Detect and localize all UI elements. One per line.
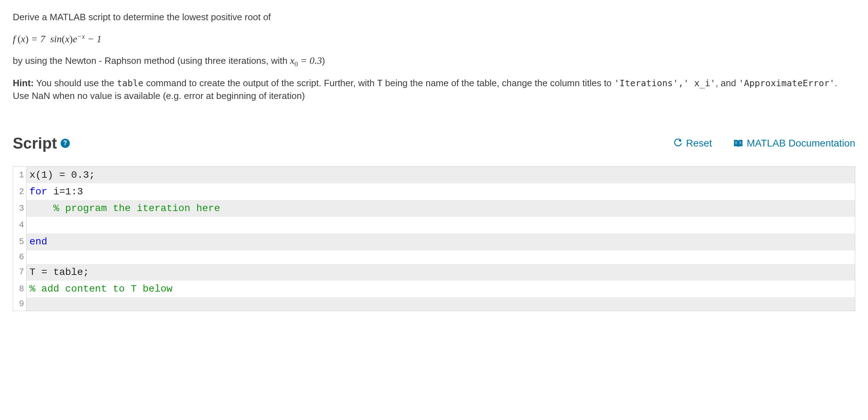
method-suffix: ) — [322, 55, 325, 66]
hint-label: Hint: — [13, 78, 34, 88]
code-content[interactable]: % add content to T below — [27, 281, 855, 297]
x0: x0 = 0.3 — [290, 55, 322, 66]
intro-text: Derive a MATLAB script to determine the … — [13, 11, 855, 23]
code-line[interactable]: 1x(1) = 0.3; — [13, 167, 855, 183]
code-table: table — [117, 78, 143, 88]
line-number: 6 — [13, 250, 27, 264]
reset-button[interactable]: Reset — [673, 138, 712, 149]
code-T: T — [377, 78, 383, 88]
line-number: 1 — [13, 167, 27, 183]
line-number: 3 — [13, 200, 27, 217]
section-actions: Reset MATLAB Documentation — [673, 138, 855, 149]
reset-icon — [673, 139, 683, 148]
code-content[interactable]: % program the iteration here — [27, 200, 855, 217]
hint-t1: You should use the — [34, 78, 117, 88]
reset-label: Reset — [686, 138, 712, 149]
docs-label: MATLAB Documentation — [747, 138, 855, 149]
book-icon — [733, 139, 743, 148]
code-line[interactable]: 7T = table; — [13, 264, 855, 281]
hint-line: Hint: You should use the table command t… — [13, 77, 855, 103]
help-icon[interactable]: ? — [61, 139, 70, 148]
code-line[interactable]: 5end — [13, 233, 855, 250]
script-title: Script ? — [13, 134, 70, 152]
code-line[interactable]: 6 — [13, 250, 855, 264]
script-section-header: Script ? Reset MATLAB Documentation — [13, 134, 855, 152]
code-content[interactable] — [27, 297, 855, 311]
code-content[interactable]: end — [27, 233, 855, 250]
code-editor[interactable]: 1x(1) = 0.3;2for i=1:33 % program the it… — [13, 166, 855, 311]
line-number: 7 — [13, 264, 27, 281]
script-title-text: Script — [13, 134, 57, 152]
hint-t3: being the name of the table, change the … — [383, 78, 614, 88]
code-line[interactable]: 3 % program the iteration here — [13, 200, 855, 217]
method-prefix: by using the Newton - Raphson method (us… — [13, 55, 290, 66]
line-number: 8 — [13, 281, 27, 297]
code-line[interactable]: 4 — [13, 217, 855, 233]
code-cols: 'Iterations',' x_i' — [614, 78, 716, 88]
problem-statement: Derive a MATLAB script to determine the … — [13, 11, 855, 103]
code-content[interactable]: T = table; — [27, 264, 855, 281]
line-number: 5 — [13, 233, 27, 250]
code-line[interactable]: 8% add content to T below — [13, 281, 855, 297]
method-line: by using the Newton - Raphson method (us… — [13, 54, 855, 69]
code-content[interactable]: for i=1:3 — [27, 183, 855, 200]
hint-t2: command to create the output of the scri… — [144, 78, 377, 88]
line-number: 9 — [13, 297, 27, 311]
code-content[interactable]: x(1) = 0.3; — [27, 167, 855, 183]
code-line[interactable]: 2for i=1:3 — [13, 183, 855, 200]
docs-link[interactable]: MATLAB Documentation — [733, 138, 855, 149]
hint-t4: , and — [716, 78, 739, 88]
code-line[interactable]: 9 — [13, 297, 855, 311]
line-number: 2 — [13, 183, 27, 200]
code-content[interactable] — [27, 250, 855, 264]
equation: f (x) = 7 sin(x)e−x − 1 — [13, 31, 855, 46]
line-number: 4 — [13, 217, 27, 233]
code-content[interactable] — [27, 217, 855, 233]
code-err: 'ApproximateError' — [739, 78, 835, 88]
